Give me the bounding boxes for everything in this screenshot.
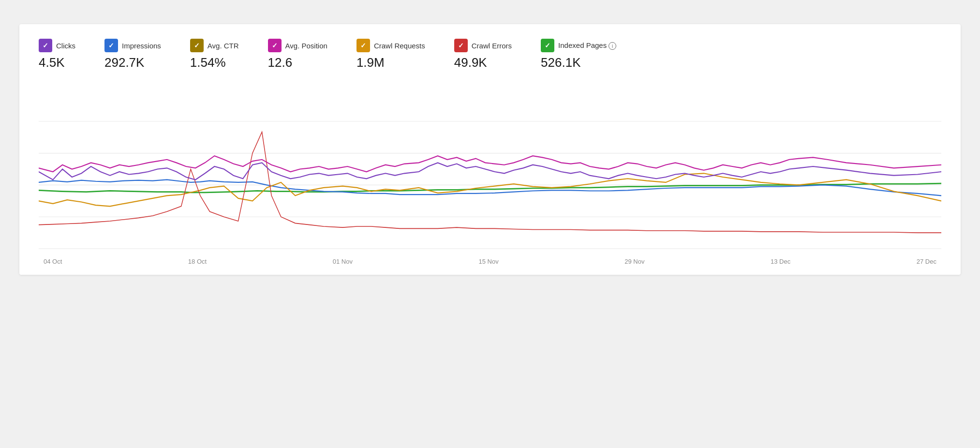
metric-checkbox-avg-position[interactable]: ✓ [268,39,282,52]
x-axis-label: 13 Dec [771,258,790,265]
metric-header-impressions: ✓Impressions [104,39,161,52]
metric-value-indexed-pages: 526.1K [541,55,580,70]
metric-item-impressions[interactable]: ✓Impressions292.7K [104,39,161,70]
metric-label-crawl-errors: Crawl Errors [472,42,512,50]
metric-label-avg-position: Avg. Position [285,42,327,50]
x-axis-label: 18 Oct [188,258,207,265]
metric-label-impressions: Impressions [122,42,161,50]
metric-header-clicks: ✓Clicks [39,39,75,52]
metric-value-impressions: 292.7K [104,55,144,70]
metric-header-avg-position: ✓Avg. Position [268,39,327,52]
metrics-row: ✓Clicks4.5K✓Impressions292.7K✓Avg. CTR1.… [39,39,941,75]
metric-value-clicks: 4.5K [39,55,65,70]
overview-chart [39,90,941,254]
metric-checkbox-crawl-requests[interactable]: ✓ [356,39,370,52]
x-axis-label: 04 Oct [44,258,62,265]
metric-checkbox-impressions[interactable]: ✓ [104,39,118,52]
metric-header-crawl-requests: ✓Crawl Requests [356,39,425,52]
metric-header-avg-ctr: ✓Avg. CTR [190,39,239,52]
metric-item-avg-ctr[interactable]: ✓Avg. CTR1.54% [190,39,239,70]
overview-card: ✓Clicks4.5K✓Impressions292.7K✓Avg. CTR1.… [19,24,961,275]
metric-label-indexed-pages: Indexed Pagesi [558,41,616,50]
x-axis-labels: 04 Oct18 Oct01 Nov15 Nov29 Nov13 Dec27 D… [39,254,941,265]
metric-item-clicks[interactable]: ✓Clicks4.5K [39,39,75,70]
metric-item-avg-position[interactable]: ✓Avg. Position12.6 [268,39,327,70]
metric-checkbox-avg-ctr[interactable]: ✓ [190,39,204,52]
metric-checkbox-clicks[interactable]: ✓ [39,39,52,52]
metric-value-crawl-requests: 1.9M [356,55,385,70]
metric-value-avg-position: 12.6 [268,55,293,70]
x-axis-label: 01 Nov [333,258,353,265]
metric-value-avg-ctr: 1.54% [190,55,226,70]
metric-checkbox-indexed-pages[interactable]: ✓ [541,39,554,52]
x-axis-label: 15 Nov [478,258,498,265]
chart-container [39,90,941,254]
x-axis-label: 27 Dec [917,258,936,265]
metric-label-crawl-requests: Crawl Requests [374,42,425,50]
metric-item-indexed-pages[interactable]: ✓Indexed Pagesi526.1K [541,39,616,70]
metric-checkbox-crawl-errors[interactable]: ✓ [454,39,468,52]
metric-item-crawl-errors[interactable]: ✓Crawl Errors49.9K [454,39,512,70]
x-axis-label: 29 Nov [624,258,644,265]
info-icon[interactable]: i [609,42,616,50]
metric-label-avg-ctr: Avg. CTR [208,42,239,50]
metric-header-crawl-errors: ✓Crawl Errors [454,39,512,52]
metric-header-indexed-pages: ✓Indexed Pagesi [541,39,616,52]
metric-label-clicks: Clicks [56,42,75,50]
metric-value-crawl-errors: 49.9K [454,55,487,70]
metric-item-crawl-requests[interactable]: ✓Crawl Requests1.9M [356,39,425,70]
